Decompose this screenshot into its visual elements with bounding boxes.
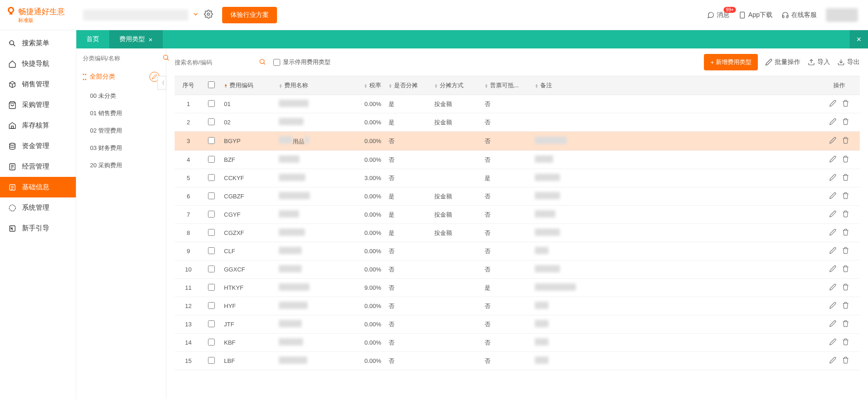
delete-icon[interactable] [842,265,849,274]
export-button[interactable]: 导出 [837,58,860,66]
edit-icon[interactable] [829,302,836,310]
add-expense-type-button[interactable]: + 新增费用类型 [704,54,758,70]
edit-icon[interactable] [829,118,836,127]
row-checkbox[interactable] [208,339,215,346]
table-row[interactable]: 15 LBF 0.00% 否 否 [175,352,860,370]
edit-icon[interactable] [829,320,836,329]
sidebar-item-basicinfo[interactable]: 基础信息 [0,177,76,197]
edit-icon[interactable] [829,265,836,274]
table-search-input[interactable] [175,59,255,66]
table-row[interactable]: 8 CGZXF 0.00% 是 按金额 否 [175,224,860,242]
delete-icon[interactable] [842,174,849,182]
table-row[interactable]: 2 02 0.00% 是 按金额 否 [175,113,860,132]
close-icon[interactable]: × [149,36,153,43]
edit-icon[interactable] [829,192,836,201]
sidebar-item-search[interactable]: 搜索菜单 [0,33,76,53]
table-row[interactable]: 14 KBF 0.00% 否 否 [175,334,860,352]
row-checkbox[interactable] [208,137,215,144]
row-checkbox[interactable] [208,284,215,291]
sidebar-item-guide[interactable]: 新手引导 [0,218,76,239]
edit-icon[interactable] [829,338,836,347]
col-seq[interactable]: 序号 [175,76,202,95]
table-row[interactable]: 4 BZF 0.00% 否 否 [175,151,860,169]
tab-close-all-icon[interactable]: × [850,30,868,48]
category-item[interactable]: 20 采购费用 [76,157,166,174]
col-code[interactable]: ▲▼费用编码 [220,76,275,95]
tab-expense-type[interactable]: 费用类型 × [109,30,163,48]
category-item[interactable]: 01 销售费用 [76,105,166,122]
delete-icon[interactable] [842,210,849,219]
edit-icon[interactable] [829,210,836,219]
edit-icon[interactable] [829,247,836,255]
delete-icon[interactable] [842,338,849,347]
table-row[interactable]: 3 BGYP 用品 0.00% 否 否 [175,132,860,151]
delete-icon[interactable] [842,229,849,237]
delete-icon[interactable] [842,100,849,108]
col-isalloc[interactable]: ▲▼是否分摊 [385,76,431,95]
messages-link[interactable]: 消息 99+ [707,11,730,19]
table-row[interactable]: 12 HYF 0.00% 否 否 [175,297,860,315]
collapse-panel-button[interactable]: 《 [157,76,166,90]
user-avatar-blurred[interactable] [826,8,858,22]
row-checkbox[interactable] [208,100,215,107]
batch-action-button[interactable]: 批量操作 [765,58,800,66]
row-checkbox[interactable] [208,247,215,254]
sidebar-item-system[interactable]: 系统管理 [0,197,76,218]
row-checkbox[interactable] [208,229,215,236]
online-service-link[interactable]: 在线客服 [782,11,817,19]
category-search-input[interactable] [83,55,160,62]
col-rate[interactable]: ▲▼税率 [348,76,385,95]
delete-icon[interactable] [842,356,849,365]
edit-icon[interactable] [829,229,836,237]
col-method[interactable]: ▲▼分摊方式 [431,76,481,95]
tab-home[interactable]: 首页 [76,30,109,48]
gear-icon[interactable] [204,10,213,20]
app-download-link[interactable]: App下载 [739,11,772,19]
table-row[interactable]: 5 CCKYF 3.00% 否 是 [175,169,860,187]
edit-icon[interactable] [829,137,836,145]
row-checkbox[interactable] [208,192,215,199]
row-checkbox[interactable] [208,302,215,309]
search-icon[interactable] [259,58,266,67]
category-all[interactable]: ▪▪▪▪ 全部分类 [76,66,166,87]
delete-icon[interactable] [842,137,849,145]
sidebar-item-quicknav[interactable]: 快捷导航 [0,53,76,74]
row-checkbox[interactable] [208,266,215,272]
col-remark[interactable]: ▲▼备注 [531,76,819,95]
row-checkbox[interactable] [208,156,215,163]
edit-icon[interactable] [829,356,836,365]
table-row[interactable]: 10 GGXCF 0.00% 否 否 [175,261,860,279]
import-button[interactable]: 导入 [808,58,830,66]
col-deduct[interactable]: ▲▼普票可抵... [481,76,531,95]
show-disabled-checkbox[interactable]: 显示停用费用类型 [273,58,330,66]
edit-icon[interactable] [829,174,836,182]
table-row[interactable]: 13 JTF 0.00% 否 否 [175,315,860,334]
org-selector[interactable] [83,10,199,21]
category-item[interactable]: 02 管理费用 [76,122,166,139]
row-checkbox[interactable] [208,118,215,125]
delete-icon[interactable] [842,302,849,310]
table-row[interactable]: 11 HTKYF 9.00% 否 是 [175,279,860,297]
delete-icon[interactable] [842,155,849,164]
select-all-checkbox[interactable] [208,81,215,88]
delete-icon[interactable] [842,192,849,201]
delete-icon[interactable] [842,283,849,292]
row-checkbox[interactable] [208,174,215,181]
row-checkbox[interactable] [208,357,215,364]
delete-icon[interactable] [842,247,849,255]
table-row[interactable]: 1 01 0.00% 是 按金额 否 [175,95,860,113]
category-item[interactable]: 03 财务费用 [76,139,166,157]
delete-icon[interactable] [842,320,849,329]
sidebar-item-sales[interactable]: 销售管理 [0,74,76,95]
show-disabled-input[interactable] [273,59,280,66]
sidebar-item-operations[interactable]: 经营管理 [0,156,76,177]
table-row[interactable]: 9 CLF 0.00% 否 否 [175,242,860,261]
sidebar-item-purchase[interactable]: 采购管理 [0,95,76,115]
sidebar-item-funds[interactable]: 资金管理 [0,136,76,156]
table-row[interactable]: 6 CGBZF 0.00% 是 按金额 否 [175,187,860,206]
row-checkbox[interactable] [208,320,215,327]
row-checkbox[interactable] [208,211,215,218]
edit-icon[interactable] [829,283,836,292]
delete-icon[interactable] [842,118,849,127]
edit-icon[interactable] [829,100,836,108]
